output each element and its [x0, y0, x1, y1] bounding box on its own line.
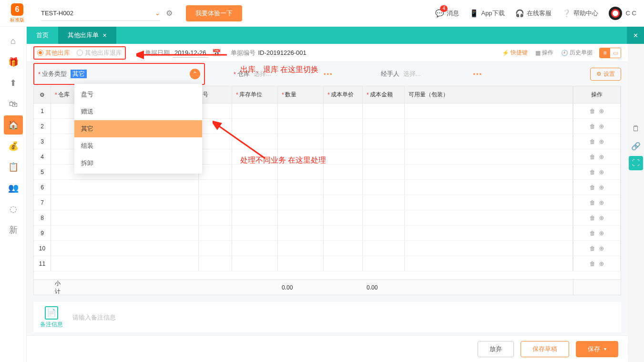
help-icon: ❔ [562, 9, 571, 18]
shop-select[interactable]: TEST-H002 ⌄ [41, 6, 160, 21]
topbar: 6 标准版 TEST-H002 ⌄ ⚙ 我要体验一下 💬 消息 4 📱 App下… [0, 0, 644, 27]
logo: 6 标准版 [8, 3, 27, 23]
help-label: 帮助中心 [573, 9, 598, 18]
username: C C [626, 10, 636, 17]
headset-icon: 🎧 [515, 9, 524, 18]
logo-icon: 6 [11, 3, 23, 16]
phone-icon: 📱 [470, 9, 479, 18]
messages-label: 消息 [447, 9, 459, 18]
chevron-down-icon: ⌄ [155, 10, 160, 17]
shop-name: TEST-H002 [41, 10, 73, 17]
gear-icon[interactable]: ⚙ [166, 9, 173, 18]
messages-link[interactable]: 💬 消息 4 [435, 9, 459, 18]
logo-edition: 标准版 [10, 17, 24, 23]
try-button[interactable]: 我要体验一下 [186, 5, 242, 21]
support-label: 在线客服 [527, 9, 552, 18]
avatar[interactable] [609, 7, 622, 20]
app-label: App下载 [481, 9, 504, 18]
app-download-link[interactable]: 📱 App下载 [470, 9, 504, 18]
help-link[interactable]: ❔ 帮助中心 [562, 9, 598, 18]
messages-badge: 4 [440, 5, 448, 12]
support-link[interactable]: 🎧 在线客服 [515, 9, 552, 18]
